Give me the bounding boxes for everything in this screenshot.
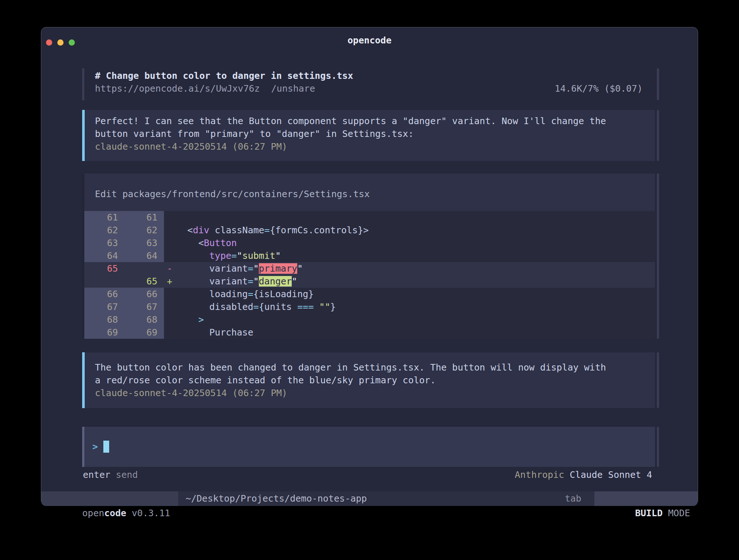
spacer <box>367 491 565 506</box>
diff-row: 6464 type="submit" <box>84 249 655 262</box>
mode-badge: BUILD MODE <box>594 491 698 506</box>
diff-view: 61616262 <div className={formCs.controls… <box>84 211 655 339</box>
model-info: claude-sonnet-4-20250514 (06:27 PM) <box>95 387 655 399</box>
diff-code-line <box>176 211 655 224</box>
tab-key-hint[interactable]: tab <box>565 491 581 506</box>
diff-marker <box>164 288 176 300</box>
working-directory: ~/Desktop/Projects/demo-notes-app <box>185 491 367 506</box>
diff-line-numbers: 65 <box>84 262 164 275</box>
status-bar: opencode v0.3.11 ~/Desktop/Projects/demo… <box>41 491 698 506</box>
session-subline: https://opencode.ai/s/UwJxv76z /unshare … <box>95 82 643 95</box>
app-name-normal: open <box>82 508 104 518</box>
unshare-command[interactable]: /unshare <box>271 82 315 95</box>
diff-line-numbers: 6767 <box>84 300 164 313</box>
diff-row: 6262 <div className={formCs.controls}> <box>84 224 655 237</box>
diff-line-numbers: 6868 <box>84 313 164 326</box>
diff-code-line: <Button <box>176 237 655 249</box>
app-version: v0.3.11 <box>126 508 170 518</box>
provider-label: Anthropic <box>515 468 564 481</box>
diff-code-line: <div className={formCs.controls}> <box>176 224 655 237</box>
diff-marker <box>164 326 176 339</box>
enter-key-hint: enter <box>83 468 110 481</box>
diff-code-line: variant="danger" <box>176 275 655 288</box>
app-name-bold: code <box>104 508 126 518</box>
diff-line-numbers: 6161 <box>84 211 164 224</box>
diff-marker: - <box>164 262 176 275</box>
app-version-segment: opencode v0.3.11 <box>41 491 178 506</box>
prompt-input[interactable]: > <box>82 427 655 467</box>
prompt-symbol: > <box>92 441 98 452</box>
edit-tool-card: Edit packages/frontend/src/containers/Se… <box>82 173 655 339</box>
diff-marker <box>164 224 176 237</box>
opencode-window: opencode # Change button color to danger… <box>41 27 698 506</box>
diff-marker <box>164 237 176 249</box>
diff-code-line: disabled={units === ""} <box>176 300 655 313</box>
diff-code-line: Purchase <box>176 326 655 339</box>
diff-marker <box>164 300 176 313</box>
send-action-hint: send <box>116 468 138 481</box>
diff-line-numbers: 65 <box>84 275 164 288</box>
text-cursor <box>103 441 109 453</box>
diff-row: 6161 <box>84 211 655 224</box>
diff-line-numbers: 6464 <box>84 249 164 262</box>
message-text: The button color has been changed to dan… <box>95 361 655 374</box>
hint-bar: enter send Anthropic Claude Sonnet 4 <box>82 468 655 481</box>
diff-line-numbers: 6666 <box>84 288 164 300</box>
diff-code-line: > <box>176 313 655 326</box>
titlebar: opencode <box>41 27 698 50</box>
spacer <box>138 468 514 481</box>
diff-row: 65+ variant="danger" <box>84 275 655 288</box>
diff-row: 6363 <Button <box>84 237 655 249</box>
session-header: # Change button color to danger in setti… <box>82 68 655 100</box>
diff-marker: + <box>164 275 176 288</box>
message-text: a red/rose color scheme instead of the b… <box>95 374 655 387</box>
diff-marker <box>164 313 176 326</box>
diff-row: 6767 disabled={units === ""} <box>84 300 655 313</box>
diff-row: 65- variant="primary" <box>84 262 655 275</box>
window-title: opencode <box>41 35 698 46</box>
diff-line-numbers: 6262 <box>84 224 164 237</box>
diff-code-line: loading={isLoading} <box>176 288 655 300</box>
assistant-message-2: The button color has been changed to dan… <box>82 352 655 408</box>
diff-row: 6868 > <box>84 313 655 326</box>
assistant-message-1: Perfect! I can see that the Button compo… <box>82 110 655 161</box>
session-title: # Change button color to danger in setti… <box>95 69 643 82</box>
mode-name: BUILD <box>635 508 662 518</box>
token-usage: 14.6K/7% ($0.07) <box>555 82 643 95</box>
diff-line-numbers: 6969 <box>84 326 164 339</box>
model-label: Claude Sonnet 4 <box>570 468 652 481</box>
diff-marker <box>164 211 176 224</box>
diff-row: 6969 Purchase <box>84 326 655 339</box>
model-info: claude-sonnet-4-20250514 (06:27 PM) <box>95 140 655 153</box>
message-text: button variant from "primary" to "danger… <box>95 127 655 140</box>
diff-marker <box>164 249 176 262</box>
mode-suffix: MODE <box>663 508 690 518</box>
spacer <box>315 82 555 95</box>
diff-row: 6666 loading={isLoading} <box>84 288 655 300</box>
diff-code-line: type="submit" <box>176 249 655 262</box>
share-url[interactable]: https://opencode.ai/s/UwJxv76z <box>95 82 260 95</box>
edit-tool-title: Edit packages/frontend/src/containers/Se… <box>84 173 655 200</box>
diff-line-numbers: 6363 <box>84 237 164 249</box>
diff-code-line: variant="primary" <box>176 262 655 275</box>
message-text: Perfect! I can see that the Button compo… <box>95 115 655 127</box>
